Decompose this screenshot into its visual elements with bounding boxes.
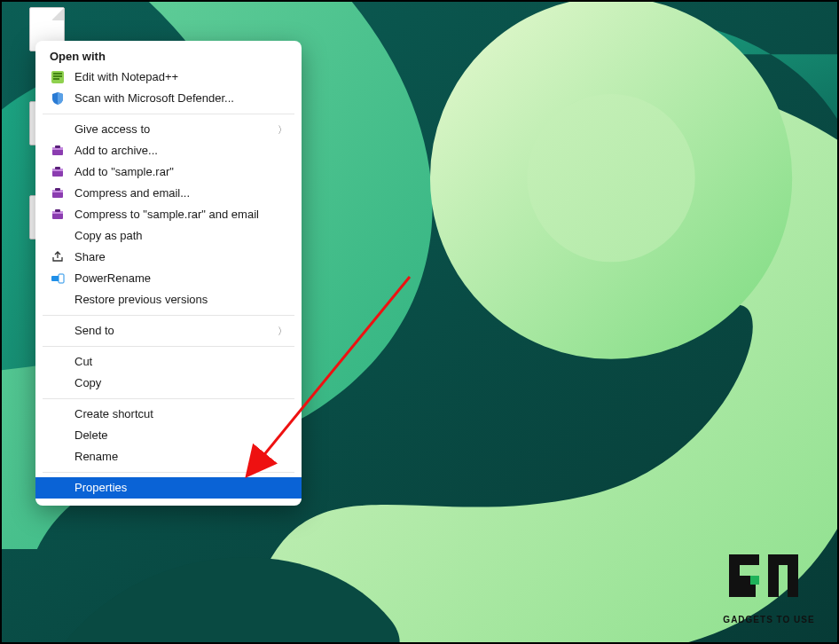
svg-rect-14 — [55, 209, 60, 212]
menu-item-label: Edit with Notepad++ — [74, 70, 287, 84]
svg-rect-2 — [51, 71, 64, 83]
context-menu-header: Open with — [35, 46, 302, 67]
winrar-icon — [50, 143, 66, 159]
blank-icon — [50, 449, 66, 465]
menu-item-send-to[interactable]: Send to 〉 — [35, 320, 302, 342]
menu-item-edit-notepadpp[interactable]: Edit with Notepad++ — [35, 67, 302, 88]
menu-item-label: Compress to "sample.rar" and email — [74, 208, 287, 222]
menu-item-give-access[interactable]: Give access to 〉 — [35, 119, 302, 140]
menu-item-restore-versions[interactable]: Restore previous versions — [35, 289, 302, 310]
menu-item-label: Send to — [74, 324, 268, 338]
menu-separator — [43, 315, 294, 316]
menu-item-delete[interactable]: Delete — [35, 425, 302, 446]
menu-item-properties[interactable]: Properties — [35, 477, 302, 499]
menu-item-add-archive[interactable]: Add to archive... — [35, 140, 302, 161]
watermark-text: GADGETS TO USE — [720, 615, 818, 624]
menu-item-copy-as-path[interactable]: Copy as path — [35, 225, 302, 247]
winrar-icon — [50, 207, 66, 223]
svg-rect-16 — [59, 274, 64, 283]
blank-icon — [50, 406, 66, 422]
menu-item-powerrename[interactable]: PowerRename — [35, 268, 302, 289]
menu-item-label: PowerRename — [74, 271, 287, 286]
menu-item-label: Scan with Microsoft Defender... — [74, 91, 287, 106]
menu-item-label: Cut — [74, 355, 287, 369]
menu-item-label: Properties — [74, 481, 287, 495]
menu-item-label: Restore previous versions — [74, 293, 287, 307]
blank-icon — [50, 354, 66, 370]
menu-item-label: Compress and email... — [74, 186, 287, 200]
menu-item-share[interactable]: Share — [35, 247, 302, 268]
svg-rect-8 — [55, 167, 60, 169]
chevron-right-icon: 〉 — [277, 122, 287, 137]
menu-item-rename[interactable]: Rename — [35, 446, 302, 467]
menu-item-copy[interactable]: Copy — [35, 373, 302, 394]
svg-rect-18 — [750, 576, 759, 585]
blank-icon — [50, 228, 66, 244]
watermark: GADGETS TO USE — [720, 546, 818, 624]
menu-separator — [43, 472, 294, 473]
menu-item-create-shortcut[interactable]: Create shortcut — [35, 404, 302, 425]
blank-icon — [50, 323, 66, 339]
powerrename-icon — [50, 271, 66, 287]
watermark-logo-icon — [720, 546, 818, 608]
menu-item-label: Add to "sample.rar" — [74, 165, 287, 179]
menu-separator — [43, 114, 294, 114]
menu-item-label: Give access to — [74, 122, 268, 137]
menu-item-compress-sample-email[interactable]: Compress to "sample.rar" and email — [35, 204, 302, 225]
menu-item-label: Delete — [74, 428, 287, 443]
winrar-icon — [50, 164, 66, 180]
menu-separator — [43, 346, 294, 347]
blank-icon — [50, 122, 66, 137]
menu-item-compress-email[interactable]: Compress and email... — [35, 183, 302, 204]
chevron-right-icon: 〉 — [277, 324, 287, 338]
share-icon — [50, 249, 66, 265]
blank-icon — [50, 428, 66, 444]
svg-rect-11 — [55, 188, 60, 191]
menu-item-label: Share — [74, 250, 287, 264]
menu-item-label: Rename — [74, 450, 287, 464]
context-menu: Open with Edit with Notepad++ Scan with … — [35, 41, 302, 506]
menu-separator — [43, 398, 294, 399]
menu-item-label: Add to archive... — [74, 144, 287, 158]
menu-item-scan-defender[interactable]: Scan with Microsoft Defender... — [35, 88, 302, 109]
desktop-frame: sa Open with Edit with Notepad++ Scan wi… — [0, 0, 839, 644]
blank-icon — [50, 292, 66, 308]
blank-icon — [50, 480, 66, 496]
winrar-icon — [50, 185, 66, 201]
menu-item-add-sample-rar[interactable]: Add to "sample.rar" — [35, 161, 302, 183]
menu-item-label: Create shortcut — [74, 407, 287, 421]
blank-icon — [50, 375, 66, 391]
menu-item-label: Copy — [74, 376, 287, 390]
svg-rect-5 — [55, 145, 60, 148]
menu-item-label: Copy as path — [74, 229, 287, 243]
defender-icon — [50, 90, 66, 106]
notepadpp-icon — [50, 69, 66, 85]
menu-item-cut[interactable]: Cut — [35, 351, 302, 373]
